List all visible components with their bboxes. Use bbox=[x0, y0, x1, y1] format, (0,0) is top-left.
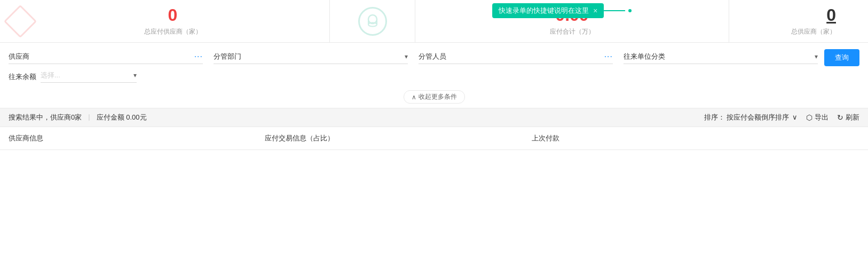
stat-total-supplier: 0 总供应商（家） bbox=[729, 0, 868, 42]
center-icon-area bbox=[330, 0, 415, 42]
department-filter-label: 分管部门 bbox=[214, 52, 241, 61]
supplier-filter-dots[interactable]: ··· bbox=[194, 52, 203, 61]
payable-amount-label: 应付合计（万） bbox=[550, 27, 595, 36]
unit-class-filter-arrow: ▾ bbox=[815, 53, 818, 60]
manager-filter-group: 分管人员 ··· bbox=[419, 52, 613, 64]
export-icon: ⬡ bbox=[806, 113, 812, 122]
sort-label: 排序： 按应付会额倒序排序 ∨ bbox=[704, 113, 798, 122]
filter-row-2: 往来余额 选择... ▾ bbox=[9, 70, 859, 83]
manager-filter-input[interactable] bbox=[451, 52, 602, 60]
filter-row-1: 供应商 ··· 分管部门 ▾ 分管人员 ··· 往来单位分类 ▾ 查询 bbox=[9, 49, 859, 66]
sort-value[interactable]: 按应付会额倒序排序 bbox=[727, 113, 789, 121]
filter-area: 供应商 ··· 分管部门 ▾ 分管人员 ··· 往来单位分类 ▾ 查询 往来余额… bbox=[0, 43, 868, 108]
table-body bbox=[0, 150, 868, 275]
total-supplier-value: 0 bbox=[826, 6, 836, 25]
balance-filter-group[interactable]: 选择... ▾ bbox=[41, 70, 137, 83]
col-header-supplier: 供应商信息 bbox=[9, 133, 265, 143]
refresh-button[interactable]: ↻ 刷新 bbox=[837, 113, 859, 122]
export-label: 导出 bbox=[815, 113, 828, 122]
supplier-filter-label: 供应商 bbox=[9, 52, 29, 61]
supplier-count-label: 总应付供应商（家） bbox=[144, 27, 202, 36]
total-supplier-label: 总供应商（家） bbox=[791, 27, 836, 36]
tooltip-text: 快速录单的快捷键说明在这里 bbox=[499, 6, 589, 15]
result-actions: 排序： 按应付会额倒序排序 ∨ ⬡ 导出 ↻ 刷新 bbox=[704, 113, 859, 122]
balance-filter-arrow: ▾ bbox=[133, 72, 137, 79]
coin-icon bbox=[358, 7, 387, 36]
export-button[interactable]: ⬡ 导出 bbox=[806, 113, 828, 122]
refresh-label: 刷新 bbox=[846, 113, 859, 122]
balance-filter-label: 往来余额 bbox=[9, 72, 36, 82]
tooltip-close-btn[interactable]: × bbox=[593, 6, 597, 15]
collapse-button[interactable]: ∧ 收起更多条件 bbox=[404, 90, 465, 104]
col-header-last-payment: 上次付款 bbox=[532, 133, 859, 143]
tooltip-dot bbox=[627, 8, 633, 13]
supplier-filter-group: 供应商 ··· bbox=[9, 52, 203, 64]
collapse-label: 收起更多条件 bbox=[419, 92, 457, 101]
stats-bar: 0 总应付供应商（家） 0.00 应付合计（万） 快速录单的快捷键说明在这里 ×… bbox=[0, 0, 868, 43]
supplier-count-value: 0 bbox=[168, 6, 178, 25]
result-amount: 应付金额 0.00元 bbox=[97, 113, 147, 122]
department-filter-group[interactable]: 分管部门 ▾ bbox=[214, 52, 408, 64]
query-button[interactable]: 查询 bbox=[824, 49, 859, 66]
stat-total-payable-supplier: 0 总应付供应商（家） bbox=[0, 0, 330, 42]
unit-class-filter-group[interactable]: 往来单位分类 ▾ bbox=[624, 52, 818, 64]
refresh-icon: ↻ bbox=[837, 113, 843, 122]
collapse-row: ∧ 收起更多条件 bbox=[9, 87, 859, 108]
tooltip-popup: 快速录单的快捷键说明在这里 × bbox=[492, 3, 604, 18]
manager-filter-label: 分管人员 bbox=[419, 52, 446, 61]
diamond-icon bbox=[9, 10, 32, 33]
supplier-filter-input[interactable] bbox=[34, 52, 192, 60]
result-summary: 搜索结果中，供应商0家 | 应付金额 0.00元 bbox=[9, 113, 147, 122]
result-bar: 搜索结果中，供应商0家 | 应付金额 0.00元 排序： 按应付会额倒序排序 ∨… bbox=[0, 108, 868, 127]
result-text: 搜索结果中，供应商0家 bbox=[9, 113, 82, 122]
unit-class-filter-label: 往来单位分类 bbox=[624, 52, 665, 61]
col-header-transaction: 应付交易信息（占比） bbox=[265, 133, 532, 143]
sort-arrow[interactable]: ∨ bbox=[792, 113, 798, 121]
manager-filter-dots[interactable]: ··· bbox=[604, 52, 613, 61]
balance-filter-placeholder: 选择... bbox=[41, 70, 133, 80]
result-separator: | bbox=[88, 113, 90, 122]
collapse-icon: ∧ bbox=[412, 93, 416, 101]
table-header: 供应商信息 应付交易信息（占比） 上次付款 bbox=[0, 127, 868, 150]
department-filter-arrow: ▾ bbox=[405, 53, 408, 60]
